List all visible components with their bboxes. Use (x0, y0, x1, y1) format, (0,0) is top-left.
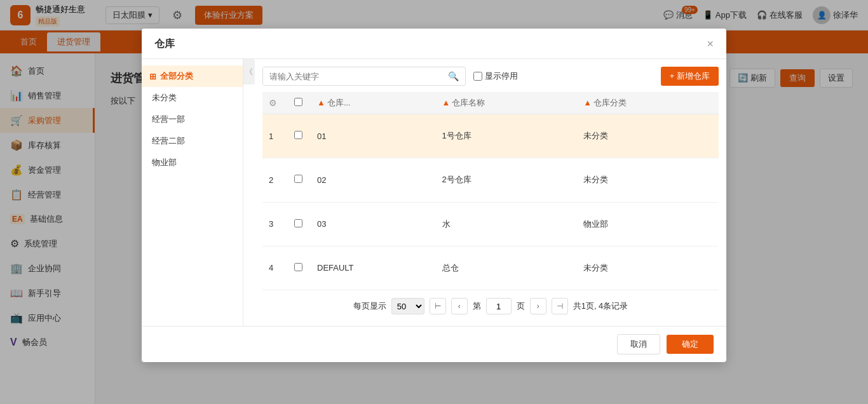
next-page-button[interactable]: › (530, 298, 546, 314)
total-info: 共1页, 4条记录 (573, 300, 628, 312)
modal-title: 仓库 (154, 37, 175, 51)
grid-icon: ⊞ (149, 72, 156, 81)
cell-code: DEFAULT (311, 246, 436, 290)
table-header-row: ⚙ ▲仓库... ▲仓库名称 ▲仓库分类 (262, 92, 719, 114)
row-checkbox[interactable] (294, 219, 302, 227)
table-row[interactable]: 3 03 水 物业部 (262, 202, 719, 246)
modal-body: ⊞ 全部分类 未分类 经营一部 经营二部 物业部 《 🔍 显示停用 (142, 59, 726, 326)
cancel-button[interactable]: 取消 (617, 334, 660, 354)
category-unclassified[interactable]: 未分类 (142, 87, 243, 109)
category-all[interactable]: ⊞ 全部分类 (142, 65, 243, 87)
show-disabled-label[interactable]: 显示停用 (473, 71, 518, 82)
cell-index: 1 (262, 114, 288, 158)
show-disabled-checkbox[interactable] (473, 72, 482, 81)
cell-name: 水 (436, 202, 578, 246)
row-checkbox[interactable] (294, 131, 302, 139)
th-code: ▲仓库... (311, 92, 436, 114)
row-checkbox[interactable] (294, 175, 302, 183)
cell-name: 总仓 (436, 246, 578, 290)
page-suffix: 页 (517, 300, 525, 312)
cell-name: 2号仓库 (436, 158, 578, 202)
cell-check (288, 114, 311, 158)
th-settings: ⚙ (262, 92, 288, 114)
search-button[interactable]: 🔍 (442, 67, 465, 85)
cell-code: 01 (311, 114, 436, 158)
search-input[interactable] (263, 68, 442, 85)
select-all-checkbox[interactable] (294, 98, 302, 106)
cell-index: 3 (262, 202, 288, 246)
cell-code: 03 (311, 202, 436, 246)
cell-code: 02 (311, 158, 436, 202)
settings-icon[interactable]: ⚙ (269, 98, 277, 108)
pagination: 每页显示 50 100 200 ⊢ ‹ 第 页 › ⊣ 共1页, 4条记录 (262, 290, 719, 318)
cell-check (288, 246, 311, 290)
per-page-select[interactable]: 50 100 200 (391, 298, 424, 314)
th-checkbox (288, 92, 311, 114)
category-property[interactable]: 物业部 (142, 152, 243, 173)
confirm-button[interactable]: 确定 (667, 335, 714, 354)
category-all-label: 全部分类 (160, 71, 193, 82)
cell-category: 未分类 (577, 246, 719, 290)
collapse-category-button[interactable]: 《 (243, 59, 255, 84)
first-page-button[interactable]: ⊢ (430, 298, 446, 314)
table-area: 🔍 显示停用 + 新增仓库 ⚙ (255, 59, 726, 326)
cell-check (288, 202, 311, 246)
page-number-input[interactable] (486, 298, 512, 314)
warehouse-table: ⚙ ▲仓库... ▲仓库名称 ▲仓库分类 (262, 92, 719, 290)
table-toolbar: 🔍 显示停用 + 新增仓库 (262, 67, 719, 86)
cell-index: 4 (262, 246, 288, 290)
table-row[interactable]: 4 DEFAULT 总仓 未分类 (262, 246, 719, 290)
cell-check (288, 158, 311, 202)
add-warehouse-button[interactable]: + 新增仓库 (661, 67, 719, 86)
last-page-button[interactable]: ⊣ (552, 298, 568, 314)
table-row[interactable]: 1 01 1号仓库 未分类 (262, 114, 719, 158)
cell-category: 未分类 (577, 158, 719, 202)
cell-name: 1号仓库 (436, 114, 578, 158)
per-page-label: 每页显示 (353, 300, 386, 312)
row-checkbox[interactable] (294, 263, 302, 271)
category-ops1[interactable]: 经营一部 (142, 109, 243, 130)
category-sidebar: ⊞ 全部分类 未分类 经营一部 经营二部 物业部 (142, 59, 243, 326)
category-ops2[interactable]: 经营二部 (142, 130, 243, 152)
modal-header: 仓库 × (142, 29, 726, 59)
th-name: ▲仓库名称 (436, 92, 578, 114)
search-box: 🔍 (262, 67, 466, 86)
warehouse-modal: 仓库 × ⊞ 全部分类 未分类 经营一部 经营二部 物业部 《 🔍 (142, 29, 726, 362)
th-category: ▲仓库分类 (577, 92, 719, 114)
page-label: 第 (473, 300, 481, 312)
table-row[interactable]: 2 02 2号仓库 未分类 (262, 158, 719, 202)
modal-footer: 取消 确定 (142, 326, 726, 362)
prev-page-button[interactable]: ‹ (451, 298, 468, 314)
cell-category: 未分类 (577, 114, 719, 158)
cell-category: 物业部 (577, 202, 719, 246)
cell-index: 2 (262, 158, 288, 202)
modal-close-button[interactable]: × (707, 37, 714, 51)
